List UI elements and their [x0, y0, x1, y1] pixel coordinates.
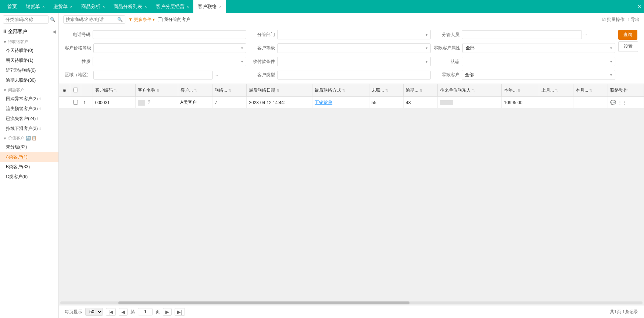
row-overdue: 48 — [404, 97, 438, 109]
person-dots-btn[interactable]: ··· — [583, 32, 587, 37]
payment-select[interactable]: ▾ — [277, 57, 431, 66]
region-input[interactable] — [93, 71, 213, 80]
row-checkbox-cell[interactable] — [70, 97, 81, 109]
sidebar-item-declining[interactable]: 持续下滑客户(2) ℹ — [0, 124, 58, 134]
refresh-icon[interactable]: 🔄 — [26, 136, 31, 141]
tab-home[interactable]: 首页 — [3, 0, 21, 13]
close-sales-tab[interactable]: × — [42, 4, 44, 9]
table-col-this-month[interactable]: 本月...⇅ — [573, 84, 608, 97]
sidebar-collapse-btn[interactable]: ◀ — [53, 29, 56, 34]
sidebar-item-overdue-contact[interactable]: 逾期未联络(30) — [0, 75, 58, 85]
sidebar-item-b-class[interactable]: B类客户(33) — [0, 162, 58, 172]
region-dots-btn[interactable]: ··· — [214, 73, 218, 78]
tab-sales[interactable]: 销货单 × — [21, 0, 49, 13]
table-col-not-contact[interactable]: 未联...⇅ — [369, 84, 403, 97]
retail-customer-select[interactable]: 全部 ▾ — [462, 70, 615, 80]
sidebar-item-c-class[interactable]: C类客户(6) — [0, 172, 58, 182]
sort-method-icon: ⇅ — [342, 88, 345, 92]
next-page-btn[interactable]: ▶ — [163, 308, 172, 316]
chevron-down-icon: ▾ — [153, 17, 155, 22]
tab-customer-segment[interactable]: 客户分层经营 × — [151, 0, 193, 13]
edit-icon[interactable]: 📋 — [32, 136, 37, 141]
sidebar-item-ungrouped[interactable]: 未分组(32) — [0, 142, 58, 152]
per-page-select[interactable]: 50 — [85, 308, 103, 316]
table-col-unit-contact[interactable]: 往来单位联系人⇅ — [438, 84, 502, 97]
sidebar-item-a-class[interactable]: A类客户(1) — [0, 152, 58, 162]
select-all-checkbox[interactable] — [73, 88, 78, 92]
page-number-input[interactable] — [138, 308, 153, 315]
table-col-type[interactable]: 客户...⇅ — [178, 84, 212, 97]
sidebar-search-area: 🔍 — [0, 13, 58, 26]
close-product-analysis-list-tab[interactable]: × — [144, 4, 147, 9]
table-col-last-method[interactable]: 最后联络方式⇅ — [312, 84, 369, 97]
main-content: 🔍 ▼ 更多条件 ▾ 我分管的客户 ☑ 批量操作 ↑ 导出 — [59, 13, 644, 318]
horizontal-scrollbar[interactable] — [59, 301, 644, 305]
customer-type-input[interactable] — [277, 71, 431, 80]
settings-button[interactable]: 设置 — [618, 41, 638, 52]
table-col-gear[interactable]: ⚙ — [59, 84, 70, 97]
bulk-action-btn[interactable]: ☑ 批量操作 — [602, 17, 625, 23]
sidebar-item-churn-warning[interactable]: 流失预警客户(3) ℹ — [0, 104, 58, 114]
sidebar-item-repurchase-abnormal[interactable]: 回购异常客户(2) ℹ — [0, 94, 58, 104]
retail-attr-select[interactable]: 全部 ▾ — [462, 43, 615, 53]
sidebar-search-icon[interactable]: 🔍 — [50, 17, 56, 22]
close-product-analysis-tab[interactable]: × — [103, 4, 105, 9]
sidebar-section-problem[interactable]: ▼ 问题客户 — [0, 85, 58, 94]
scrollbar-thumb[interactable] — [118, 301, 409, 304]
dept-select[interactable]: ▾ — [277, 30, 431, 39]
query-actions: 查询 设置 — [618, 30, 638, 52]
nature-select[interactable]: ▾ — [93, 57, 246, 66]
row-index: 1 — [81, 97, 93, 109]
dept-field: 分管部门 ▾ — [249, 30, 431, 39]
row-unit-contact — [438, 97, 502, 109]
sidebar-item-7day-contact[interactable]: 近7天待联络(0) — [0, 66, 58, 75]
phone-input[interactable] — [93, 30, 246, 39]
customer-grade-select[interactable]: ▾ — [277, 43, 431, 53]
info-icon-churn: ℹ — [39, 107, 41, 111]
message-icon[interactable]: 💬 — [610, 100, 616, 105]
sidebar-all-customers[interactable]: ⠿ 全部客户 ◀ — [0, 26, 58, 37]
table-col-overdue[interactable]: 逾期...⇅ — [404, 84, 438, 97]
share-icon[interactable]: ⋮⋮ — [618, 100, 627, 105]
more-filters-btn[interactable]: ▼ 更多条件 ▾ — [128, 17, 155, 23]
table-col-last-month[interactable]: 上月...⇅ — [539, 84, 573, 97]
tab-customer-contact[interactable]: 客户联络 × — [193, 0, 226, 13]
tab-product-analysis-list[interactable]: 商品分析列表 × — [109, 0, 151, 13]
first-page-btn[interactable]: |◀ — [106, 308, 116, 316]
row-checkbox[interactable] — [73, 100, 78, 105]
tab-product-analysis[interactable]: 商品分析 × — [77, 0, 109, 13]
sidebar-section-value[interactable]: ▼ 价值客户 🔄 📋 — [0, 134, 58, 142]
search-input[interactable] — [66, 17, 117, 22]
query-button[interactable]: 查询 — [618, 30, 637, 40]
price-grade-select[interactable]: ▾ — [93, 43, 246, 53]
search-icon[interactable]: 🔍 — [117, 17, 123, 22]
export-btn[interactable]: ↑ 导出 — [627, 17, 640, 23]
sidebar-search-input[interactable] — [3, 15, 49, 24]
table-col-last-date[interactable]: 最后联络日期⇅ — [247, 84, 312, 97]
table-col-this-year[interactable]: 本年...⇅ — [502, 84, 539, 97]
tab-purchase[interactable]: 进货单 × — [49, 0, 76, 13]
sidebar-item-today-contact[interactable]: 今天待联络(0) — [0, 46, 58, 56]
prev-page-btn[interactable]: ◀ — [119, 308, 128, 316]
sidebar-item-churned[interactable]: 已流失客户(24) ℹ — [0, 114, 58, 124]
my-customers-filter[interactable]: 我分管的客户 — [158, 17, 190, 23]
sidebar-section-pending[interactable]: ▼ 待联络客户 — [0, 37, 58, 46]
row-contact: 7 — [212, 97, 246, 109]
table-col-contact[interactable]: 联络...⇅ — [212, 84, 246, 97]
close-purchase-tab[interactable]: × — [70, 4, 72, 9]
sidebar-item-tomorrow-contact[interactable]: 明天待联络(1) — [0, 56, 58, 66]
close-customer-segment-tab[interactable]: × — [187, 4, 189, 9]
person-input[interactable] — [462, 30, 582, 39]
last-page-btn[interactable]: ▶| — [175, 308, 185, 316]
my-customers-checkbox[interactable] — [158, 17, 162, 22]
status-select[interactable]: ▾ — [462, 57, 615, 66]
close-customer-contact-tab[interactable]: × — [219, 4, 221, 9]
retail-customer-chevron-icon: ▾ — [610, 73, 612, 77]
table-col-check[interactable] — [70, 84, 81, 97]
sort-type-icon: ⇅ — [194, 88, 197, 92]
sort-year-icon: ⇅ — [518, 88, 520, 92]
close-all-tabs[interactable]: × — [638, 3, 641, 10]
price-grade-chevron-icon: ▾ — [241, 46, 243, 50]
table-col-code[interactable]: 客户编码⇅ — [93, 84, 135, 97]
table-col-name[interactable]: 客户名称⇅ — [135, 84, 178, 97]
